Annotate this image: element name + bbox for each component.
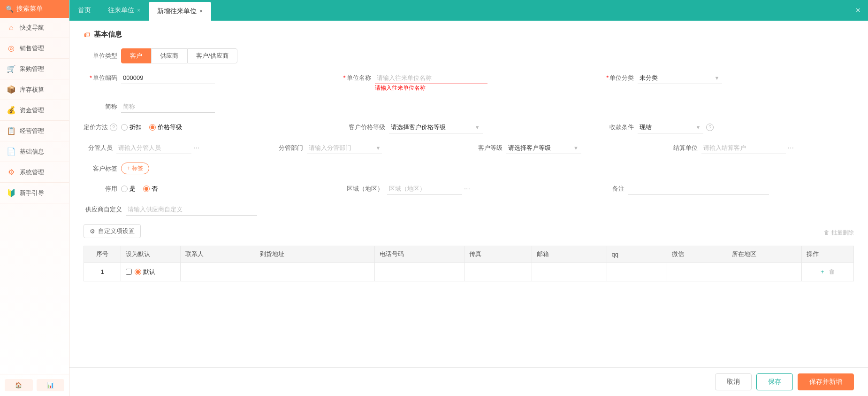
manager-more-btn[interactable]: ··· xyxy=(191,144,201,152)
settlement-unit-input[interactable] xyxy=(701,142,786,154)
save-button[interactable]: 保存 xyxy=(756,373,793,390)
unit-category-label: *单位分类 xyxy=(600,74,638,82)
row-delete-btn[interactable]: 🗑 xyxy=(829,268,835,275)
pricing-radio-group: 折扣 价格等级 xyxy=(121,123,182,132)
disabled-yes-circle xyxy=(121,186,128,192)
search-icon: 🔍 xyxy=(6,5,14,13)
row-checkbox[interactable] xyxy=(126,269,132,275)
payment-terms-label: 收款条件 xyxy=(605,123,638,132)
row-fax-input[interactable] xyxy=(469,266,502,278)
remarks-input[interactable] xyxy=(628,183,769,195)
unit-code-input[interactable] xyxy=(121,72,215,84)
contacts-table: 序号 设为默认 联系人 到货地址 电话号码 传真 邮箱 qq 微信 所在地区 操… xyxy=(84,246,854,281)
tab-bar-close[interactable]: × xyxy=(855,6,868,16)
table-header-row: 序号 设为默认 联系人 到货地址 电话号码 传真 邮箱 qq 微信 所在地区 操… xyxy=(84,246,854,263)
tab-new-unit-close[interactable]: × xyxy=(199,8,203,15)
supplier-custom-field: 供应商自定义 xyxy=(84,203,854,216)
row-contact[interactable] xyxy=(180,263,255,281)
row-email-input[interactable] xyxy=(537,266,574,278)
unit-category-select[interactable]: 未分类 xyxy=(638,72,722,84)
tab-unit-list[interactable]: 往来单位 × xyxy=(99,0,149,21)
customer-price-select[interactable]: 请选择客户价格等级 xyxy=(389,121,483,133)
unit-name-input[interactable] xyxy=(375,72,487,84)
manager-input[interactable] xyxy=(116,142,191,154)
row-action: + 🗑 xyxy=(802,263,854,281)
unit-type-supplier-btn[interactable]: 供应商 xyxy=(151,48,187,63)
pricing-help-icon[interactable]: ? xyxy=(110,124,117,131)
save-new-button[interactable]: 保存并新增 xyxy=(798,373,854,390)
sidebar-item-operations[interactable]: 📋 经营管理 xyxy=(0,121,69,141)
row-phone[interactable] xyxy=(374,263,464,281)
region-more-btn[interactable]: ··· xyxy=(462,185,472,193)
supplier-custom-label: 供应商自定义 xyxy=(84,205,126,214)
disabled-no-radio[interactable]: 否 xyxy=(143,185,158,193)
row-default-radio[interactable]: 默认 xyxy=(135,268,155,276)
add-tag-btn[interactable]: + 标签 xyxy=(121,163,149,174)
unit-type-group: 客户 供应商 客户/供应商 xyxy=(121,48,237,63)
row-index: 1 xyxy=(84,263,121,281)
row-fax[interactable] xyxy=(464,263,532,281)
sidebar-item-purchase[interactable]: 🛒 采购管理 xyxy=(0,59,69,79)
section-title: 基本信息 xyxy=(94,30,122,39)
unit-type-customer-btn[interactable]: 客户 xyxy=(121,48,151,63)
row-email[interactable] xyxy=(532,263,607,281)
row-phone-input[interactable] xyxy=(380,266,426,278)
col-default: 设为默认 xyxy=(121,246,180,263)
cancel-button[interactable]: 取消 xyxy=(715,373,752,390)
payment-terms-select-wrapper: 现结 ▼ xyxy=(638,121,703,133)
custom-settings-btn[interactable]: ⚙ 自定义项设置 xyxy=(84,224,141,238)
sidebar-bottom-stats[interactable]: 📊 xyxy=(37,379,65,391)
sidebar-item-quick-nav[interactable]: ⌂ 快捷导航 xyxy=(0,18,69,38)
settings-icon: ⚙ xyxy=(90,228,95,235)
unit-code-label: *单位编码 xyxy=(84,74,121,82)
disabled-yes-radio[interactable]: 是 xyxy=(121,185,136,193)
short-name-input[interactable] xyxy=(121,101,215,113)
department-input[interactable] xyxy=(307,142,382,154)
sidebar-item-system[interactable]: ⚙ 系统管理 xyxy=(0,162,69,183)
sidebar-item-inventory[interactable]: 📦 库存核算 xyxy=(0,79,69,100)
payment-terms-select[interactable]: 现结 xyxy=(638,121,703,133)
sidebar-bottom-home[interactable]: 🏠 xyxy=(5,379,33,391)
remarks-field: 备注 xyxy=(609,183,854,195)
search-menu[interactable]: 🔍 搜索菜单 xyxy=(0,0,69,18)
sidebar-item-sales[interactable]: ◎ 销售管理 xyxy=(0,38,69,59)
tab-home[interactable]: 首页 xyxy=(69,0,99,21)
unit-type-both-btn[interactable]: 客户/供应商 xyxy=(187,48,237,63)
customer-level-select[interactable]: 请选择客户等级 xyxy=(506,142,581,154)
supplier-custom-input[interactable] xyxy=(126,203,257,216)
pricing-level-radio[interactable]: 价格等级 xyxy=(149,123,182,132)
region-input[interactable] xyxy=(387,183,462,195)
disabled-radio-group: 是 否 xyxy=(121,185,158,193)
row-contact-input[interactable] xyxy=(185,266,223,278)
col-wechat: 微信 xyxy=(667,246,727,263)
tab-new-unit[interactable]: 新增往来单位 × xyxy=(149,2,211,21)
col-fax: 传真 xyxy=(464,246,532,263)
section-header: 🏷 基本信息 xyxy=(84,30,854,39)
row-qq-input[interactable] xyxy=(612,266,640,278)
pricing-discount-circle xyxy=(121,124,128,131)
row-add-btn[interactable]: + xyxy=(821,268,824,275)
row-address-input[interactable] xyxy=(260,266,326,278)
customer-price-label: 客户价格等级 xyxy=(347,123,389,132)
customer-level-label: 客户等级 xyxy=(473,144,506,152)
sidebar-item-basic-info[interactable]: 📄 基础信息 xyxy=(0,141,69,162)
row-wechat-input[interactable] xyxy=(672,266,700,278)
pricing-discount-radio[interactable]: 折扣 xyxy=(121,123,142,132)
unit-name-label: *单位名称 xyxy=(337,74,375,82)
row-region[interactable] xyxy=(727,263,802,281)
basic-info-icon: 📄 xyxy=(7,147,16,156)
tab-unit-list-close[interactable]: × xyxy=(137,7,140,14)
settlement-unit-more-btn[interactable]: ··· xyxy=(786,144,796,152)
department-field: 分管部门 ▼ xyxy=(279,142,464,154)
pricing-method-field: 定价方法 ? 折扣 价格等级 xyxy=(84,123,333,132)
payment-help-icon[interactable]: ? xyxy=(706,124,714,131)
row-wechat[interactable] xyxy=(667,263,727,281)
row-address[interactable] xyxy=(255,263,375,281)
disabled-label: 停用 xyxy=(84,185,121,193)
batch-delete-btn[interactable]: 🗑 批量删除 xyxy=(824,229,854,237)
sidebar-item-beginner[interactable]: 🔰 新手引导 xyxy=(0,183,69,203)
unit-type-row: 单位类型 客户 供应商 客户/供应商 xyxy=(84,48,854,63)
row-region-input[interactable] xyxy=(732,266,769,278)
sidebar-item-finance[interactable]: 💰 资金管理 xyxy=(0,100,69,121)
row-qq[interactable] xyxy=(607,263,667,281)
